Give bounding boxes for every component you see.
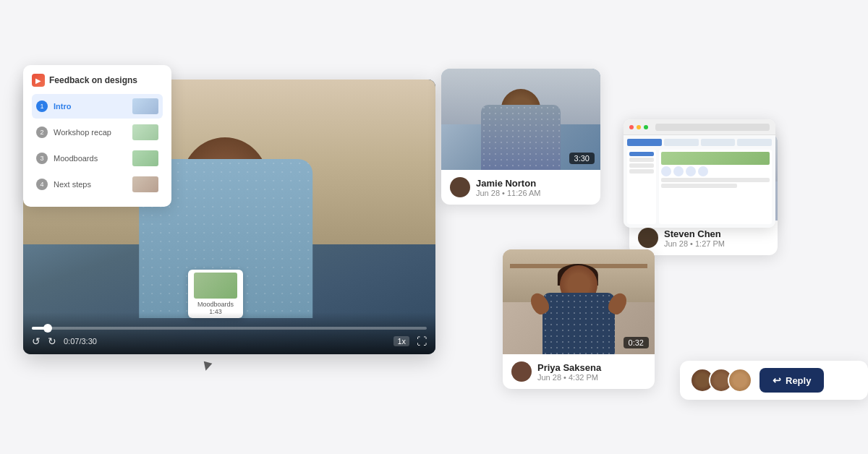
chapter-thumb-1	[132, 98, 158, 114]
browser-dot-min	[637, 125, 641, 129]
sc-tabs	[627, 139, 772, 146]
priya-avatar	[511, 361, 532, 382]
chapter-item-4[interactable]: 4 Next steps	[32, 172, 163, 197]
jamie-duration: 3:30	[569, 153, 595, 164]
reply-button[interactable]: ↩ Reply	[760, 368, 824, 393]
screenshot-content	[624, 135, 775, 228]
sc-circle-3	[686, 166, 696, 176]
chapter-thumb-3	[132, 150, 158, 166]
chapter-item-1[interactable]: 1 Intro	[32, 94, 163, 119]
chapter-item-2[interactable]: 2 Workshop recap	[32, 120, 163, 145]
chapter-label-1: Intro	[54, 102, 127, 111]
sc-tab-2	[701, 139, 736, 146]
chapter-thumb-2	[132, 124, 158, 140]
priya-text-info: Priya Saksena Jun 28 • 4:32 PM	[537, 362, 601, 382]
timeline-tooltip: Moodboards 1:43	[188, 270, 243, 318]
sc-body	[627, 150, 772, 224]
chapter-thumb-4	[132, 176, 158, 192]
browser-dot-max	[644, 125, 648, 129]
browser-url-bar	[655, 124, 770, 131]
chapter-item-3[interactable]: 3 Moodboards	[32, 146, 163, 171]
progress-bar[interactable]	[32, 327, 427, 330]
chapter-label-2: Workshop recap	[54, 128, 127, 137]
reply-avatars	[690, 368, 746, 393]
sc-row-1	[661, 178, 770, 182]
chapter-label-4: Next steps	[54, 180, 127, 189]
chapter-num-3: 3	[36, 153, 48, 164]
sc-green-block	[661, 152, 770, 165]
steven-date: Jun 28 • 1:27 PM	[664, 239, 725, 248]
sc-circle-2	[673, 166, 684, 176]
chapter-panel-header: ▶ Feedback on designs	[32, 74, 163, 87]
sc-tab-3	[737, 139, 772, 146]
browser-dot-close	[629, 125, 634, 129]
jamie-text-info: Jamie Norton Jun 28 • 11:26 AM	[476, 178, 540, 197]
sc-sidebar-active	[629, 152, 654, 156]
reply-panel: ↩ Reply	[680, 361, 868, 400]
priya-left-hand	[527, 291, 552, 317]
priya-duration: 0:32	[624, 337, 649, 348]
jamie-name: Jamie Norton	[476, 178, 540, 189]
cursor	[202, 361, 213, 372]
sc-main	[659, 150, 772, 224]
priya-video-area: 0:32	[503, 249, 655, 354]
sc-sidebar	[627, 150, 656, 224]
progress-dot[interactable]	[43, 324, 52, 333]
sc-circle-1	[661, 166, 671, 176]
jamie-body	[481, 105, 561, 170]
priya-card[interactable]: 0:32 Priya Saksena Jun 28 • 4:32 PM	[503, 249, 655, 389]
time-display: 0:07/3:30	[64, 337, 97, 346]
sc-sidebar-item-2	[629, 163, 654, 168]
forward-button[interactable]: ↻	[48, 335, 56, 347]
chapter-panel: ▶ Feedback on designs 1 Intro 2 Workshop…	[23, 65, 171, 207]
priya-info: Priya Saksena Jun 28 • 4:32 PM	[503, 354, 655, 389]
steven-text-info: Steven Chen Jun 28 • 1:27 PM	[664, 228, 725, 248]
sc-circles-row	[661, 166, 770, 176]
jamie-video-area: 3:30	[441, 69, 600, 170]
sc-tab-active	[627, 139, 662, 146]
sc-sidebar-item-3	[629, 169, 654, 174]
jamie-date: Jun 28 • 11:26 AM	[476, 189, 540, 197]
priya-name: Priya Saksena	[537, 362, 601, 373]
chapter-label-3: Moodboards	[54, 154, 127, 163]
reply-button-label: Reply	[786, 375, 811, 386]
controls-row: ↺ ↻ 0:07/3:30 1x ⛶	[32, 335, 427, 347]
jamie-avatar	[450, 177, 470, 197]
steven-avatar	[638, 228, 658, 248]
chapter-num-1: 1	[36, 100, 48, 112]
jamie-info: Jamie Norton Jun 28 • 11:26 AM	[441, 170, 600, 205]
sc-circle-4	[698, 166, 708, 176]
tooltip-thumbnail	[194, 273, 237, 299]
chapter-panel-title: Feedback on designs	[49, 75, 137, 85]
priya-hands	[532, 293, 626, 314]
sc-row-2	[661, 184, 737, 188]
tooltip-label: Moodboards	[197, 301, 234, 308]
priya-date: Jun 28 • 4:32 PM	[537, 373, 601, 382]
browser-bar	[624, 119, 775, 135]
chapter-list: 1 Intro 2 Workshop recap 3 Moodboards 4 …	[32, 94, 163, 197]
reply-avatar-3	[728, 368, 752, 393]
chapter-num-2: 2	[36, 127, 48, 138]
screenshot-card	[624, 119, 775, 228]
steven-name: Steven Chen	[664, 228, 725, 239]
sc-sidebar-item-1	[629, 158, 654, 162]
reply-icon: ↩	[773, 374, 781, 386]
sc-tab-1	[664, 139, 699, 146]
chapter-num-4: 4	[36, 179, 48, 190]
video-controls: ↺ ↻ 0:07/3:30 1x ⛶	[23, 312, 435, 354]
rewind-button[interactable]: ↺	[32, 335, 41, 347]
chapter-icon: ▶	[32, 74, 45, 87]
fullscreen-button[interactable]: ⛶	[417, 335, 427, 347]
jamie-card[interactable]: 3:30 Jamie Norton Jun 28 • 11:26 AM	[441, 69, 600, 205]
speed-badge[interactable]: 1x	[393, 336, 409, 346]
